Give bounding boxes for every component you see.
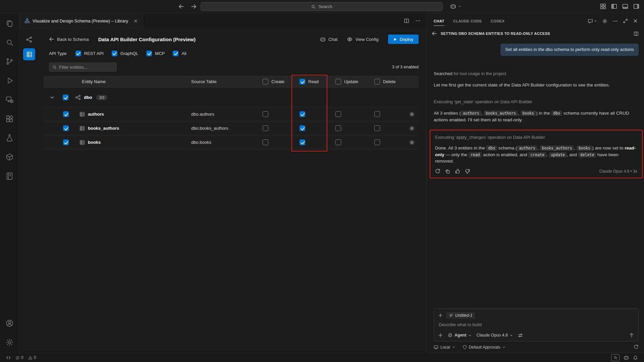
data-api-builder-view-icon[interactable] — [23, 48, 35, 60]
api-type-all[interactable]: All — [173, 51, 186, 56]
tab-close-icon[interactable] — [133, 19, 138, 23]
copilot-status-icon[interactable] — [624, 355, 629, 360]
row-select-checkbox[interactable] — [63, 125, 69, 131]
tab-codex[interactable]: CODEX — [491, 13, 505, 29]
session-refresh-icon[interactable] — [634, 345, 639, 350]
approvals-picker[interactable]: Default Approvals — [463, 345, 505, 350]
problems-errors[interactable]: 0 — [15, 355, 23, 360]
create-checkbox[interactable] — [263, 139, 268, 145]
settings-gear-icon[interactable] — [2, 334, 18, 351]
api-type-rest[interactable]: REST API — [75, 51, 104, 56]
delete-checkbox[interactable] — [374, 125, 380, 131]
back-to-schema-link[interactable]: Back to Schema — [49, 37, 89, 42]
create-all-checkbox[interactable] — [263, 79, 268, 84]
create-checkbox[interactable] — [263, 125, 268, 131]
chat-close-icon[interactable] — [633, 18, 638, 23]
tab-visualize-design-schema[interactable]: Visualize and Design Schema (Preview) – … — [19, 13, 143, 28]
update-checkbox[interactable] — [335, 125, 341, 131]
tab-claude-code[interactable]: CLAUDE CODE — [453, 13, 482, 29]
agent-mode-picker[interactable]: Agent — [448, 333, 471, 338]
chevron-down-icon — [468, 334, 471, 337]
expand-chevron-icon[interactable] — [50, 95, 55, 100]
chat-settings-gear-icon[interactable] — [602, 18, 607, 24]
toggle-panel-icon[interactable] — [622, 3, 628, 9]
all-checkbox[interactable] — [173, 51, 178, 56]
zoom-status-icon[interactable] — [611, 354, 620, 361]
chat-input-box[interactable]: Untitled-1 Describe what to build Agent … — [434, 308, 639, 342]
delete-all-checkbox[interactable] — [374, 79, 380, 84]
delete-checkbox[interactable] — [374, 139, 380, 145]
regenerate-icon[interactable] — [435, 169, 440, 174]
update-all-checkbox[interactable] — [335, 79, 341, 84]
model-picker[interactable]: Claude Opus 4.6 — [476, 333, 513, 338]
row-settings-gear-icon[interactable] — [409, 112, 415, 117]
chat-input-placeholder[interactable]: Describe what to build — [439, 322, 634, 327]
row-select-checkbox[interactable] — [63, 111, 69, 117]
split-editor-icon[interactable] — [404, 18, 409, 23]
toggle-secondary-sidebar-icon[interactable] — [633, 3, 639, 9]
dbo-select-checkbox[interactable] — [63, 95, 68, 100]
copy-icon[interactable] — [445, 169, 450, 174]
chat-expand-icon[interactable] — [623, 18, 628, 23]
thread-back-icon[interactable] — [432, 31, 437, 36]
nav-forward-icon[interactable] — [191, 4, 197, 9]
row-settings-gear-icon[interactable] — [409, 140, 415, 145]
attach-icon[interactable] — [438, 333, 443, 338]
delete-checkbox[interactable] — [374, 111, 380, 117]
send-button[interactable] — [629, 333, 634, 338]
chat-button[interactable]: Chat — [320, 37, 337, 42]
environment-picker[interactable]: Local — [434, 345, 455, 350]
notifications-bell-icon[interactable] — [633, 355, 638, 360]
rest-api-checkbox[interactable] — [75, 51, 81, 56]
schema-designer-view-icon[interactable] — [23, 34, 35, 46]
table-row[interactable]: books dbo.books — [44, 135, 419, 149]
read-checkbox[interactable] — [300, 125, 305, 131]
api-type-mcp[interactable]: MCP — [146, 51, 165, 56]
customize-layout-icon[interactable] — [600, 3, 606, 9]
row-select-checkbox[interactable] — [63, 139, 69, 145]
editor-actions-ellipsis-icon[interactable] — [415, 18, 421, 23]
command-center-search[interactable]: Search — [201, 2, 443, 11]
read-checkbox[interactable] — [300, 111, 305, 117]
source-control-icon[interactable] — [2, 53, 18, 70]
open-in-editor-icon[interactable] — [634, 31, 639, 36]
run-debug-icon[interactable] — [2, 72, 18, 89]
testing-icon[interactable] — [2, 129, 18, 146]
tools-sliders-icon[interactable] — [518, 333, 523, 338]
view-config-button[interactable]: View Config — [347, 37, 378, 42]
nav-back-icon[interactable] — [178, 4, 184, 9]
create-checkbox[interactable] — [263, 111, 268, 117]
context-file-chip[interactable]: Untitled-1 — [446, 312, 475, 319]
mcp-checkbox[interactable] — [146, 51, 152, 56]
remote-indicator-icon[interactable] — [6, 355, 11, 360]
update-checkbox[interactable] — [335, 139, 341, 145]
thumbs-down-icon[interactable] — [465, 169, 470, 174]
deploy-button[interactable]: Deploy — [388, 35, 419, 44]
add-context-icon[interactable] — [438, 313, 443, 318]
search-icon[interactable] — [2, 34, 18, 51]
table-row[interactable]: books_authors dbo.books_authors — [44, 121, 419, 135]
graphql-checkbox[interactable] — [112, 51, 117, 56]
notebooks-icon[interactable] — [2, 168, 18, 184]
database-projects-icon[interactable] — [2, 148, 18, 165]
thumbs-up-icon[interactable] — [455, 169, 460, 174]
filter-entities-field[interactable] — [59, 65, 113, 70]
api-type-graphql[interactable]: GraphQL — [112, 51, 138, 56]
read-all-checkbox[interactable] — [300, 79, 305, 84]
copilot-titlebar-button[interactable] — [450, 0, 461, 13]
filter-entities-input[interactable] — [49, 62, 117, 72]
read-checkbox[interactable] — [300, 139, 305, 145]
tab-chat[interactable]: CHAT — [434, 13, 444, 29]
account-icon[interactable] — [2, 315, 18, 331]
problems-warnings[interactable]: 0 — [28, 355, 36, 360]
extensions-icon[interactable] — [2, 110, 18, 127]
explorer-icon[interactable] — [2, 15, 18, 32]
update-checkbox[interactable] — [335, 111, 341, 117]
toggle-sidebar-icon[interactable] — [611, 3, 617, 9]
schema-group-row-dbo[interactable]: dbo 3/3 — [44, 88, 419, 107]
chat-more-ellipsis-icon[interactable] — [612, 18, 618, 24]
table-row[interactable]: authors dbo.authors — [44, 107, 419, 121]
row-settings-gear-icon[interactable] — [409, 126, 415, 131]
chat-history-icon[interactable] — [588, 18, 597, 24]
remote-explorer-icon[interactable] — [2, 91, 18, 108]
